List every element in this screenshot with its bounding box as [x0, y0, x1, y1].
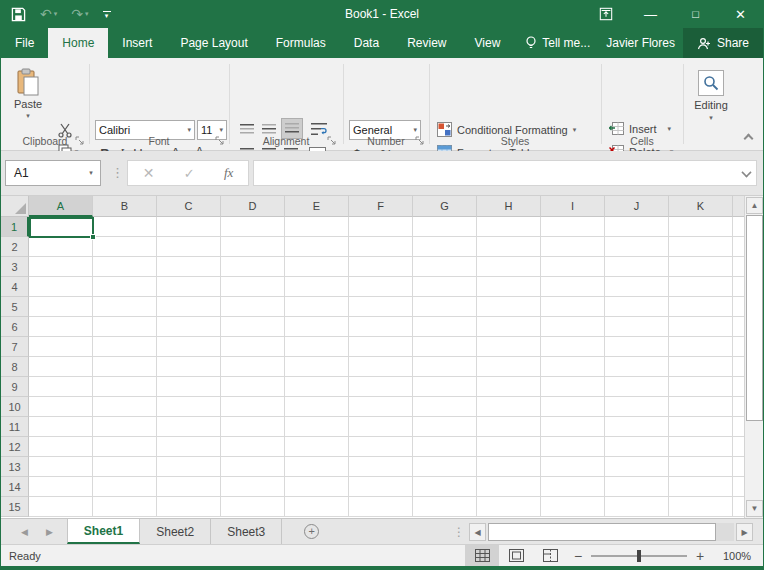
ribbon-tab[interactable]: Data: [340, 28, 393, 58]
row-header[interactable]: 4: [1, 277, 29, 297]
row-header[interactable]: 6: [1, 317, 29, 337]
collapse-ribbon-icon[interactable]: [745, 135, 752, 142]
zoom-in-icon[interactable]: +: [689, 548, 711, 564]
scroll-right-icon[interactable]: ▶: [736, 523, 753, 541]
horizontal-scrollbar-thumb[interactable]: [488, 523, 716, 541]
zoom-level-label[interactable]: 100%: [711, 550, 763, 562]
name-box[interactable]: A1 ▾: [5, 160, 101, 186]
selected-cell-outline[interactable]: [29, 217, 94, 238]
row-header[interactable]: 1: [1, 217, 29, 237]
number-format-dropdown-icon[interactable]: ▾: [409, 126, 417, 134]
page-break-preview-button[interactable]: [533, 545, 567, 567]
row-header[interactable]: 15: [1, 497, 29, 517]
close-icon[interactable]: ✕: [718, 0, 763, 28]
alignment-dialog-launcher-icon[interactable]: [327, 136, 337, 146]
sheet-tab[interactable]: Sheet1: [67, 519, 140, 544]
tab-bar-splitter[interactable]: ⋮: [453, 523, 465, 541]
fill-handle[interactable]: [90, 234, 96, 240]
row-header[interactable]: 7: [1, 337, 29, 357]
ribbon-tab[interactable]: Insert: [108, 28, 166, 58]
sheet-cells[interactable]: [29, 217, 745, 517]
wrap-text-icon: [311, 123, 327, 135]
clipboard-dialog-launcher-icon[interactable]: [75, 136, 85, 146]
enter-entry-icon[interactable]: ✓: [184, 166, 195, 181]
insert-dropdown-icon[interactable]: ▾: [668, 125, 672, 133]
font-dialog-launcher-icon[interactable]: [215, 136, 225, 146]
paste-button[interactable]: Paste ▾: [9, 64, 47, 140]
vertical-scrollbar[interactable]: ▲ ▼: [744, 196, 763, 518]
row-header[interactable]: 14: [1, 477, 29, 497]
ribbon-tab[interactable]: Home: [48, 28, 108, 58]
row-header[interactable]: 5: [1, 297, 29, 317]
font-size-dropdown-icon[interactable]: ▾: [215, 126, 223, 134]
row-header[interactable]: 13: [1, 457, 29, 477]
sheet-tab-bar: ◀ ▶ Sheet1Sheet2Sheet3 + ⋮ ◀ ▶: [1, 518, 763, 544]
undo-icon[interactable]: ↶▾: [40, 3, 57, 25]
scroll-left-icon[interactable]: ◀: [469, 523, 486, 541]
column-header[interactable]: G: [413, 196, 477, 217]
column-header[interactable]: B: [93, 196, 157, 217]
row-header[interactable]: 9: [1, 377, 29, 397]
column-header[interactable]: J: [605, 196, 669, 217]
insert-cells-button[interactable]: Insert: [629, 123, 657, 135]
column-header[interactable]: F: [349, 196, 413, 217]
paste-dropdown-icon[interactable]: ▾: [26, 112, 30, 120]
zoom-slider[interactable]: [591, 555, 687, 557]
column-header[interactable]: K: [669, 196, 733, 217]
ribbon-tab[interactable]: Formulas: [262, 28, 340, 58]
next-sheet-icon[interactable]: ▶: [46, 527, 53, 537]
zoom-slider-thumb[interactable]: [637, 550, 641, 562]
user-account[interactable]: Javier Flores: [598, 28, 683, 58]
row-header[interactable]: 2: [1, 237, 29, 257]
zoom-out-icon[interactable]: −: [567, 548, 589, 564]
vertical-scrollbar-thumb[interactable]: [746, 215, 763, 421]
number-dialog-launcher-icon[interactable]: [415, 136, 425, 146]
scroll-down-icon[interactable]: ▼: [746, 500, 763, 517]
column-header[interactable]: E: [285, 196, 349, 217]
ribbon-tab[interactable]: View: [461, 28, 515, 58]
sheet-tab[interactable]: Sheet3: [211, 519, 282, 544]
editing-dropdown-icon[interactable]: ▾: [709, 114, 713, 122]
tell-me-box[interactable]: Tell me...: [517, 28, 598, 58]
insert-function-icon[interactable]: fx: [224, 165, 233, 181]
select-all-button[interactable]: [1, 196, 29, 217]
redo-icon[interactable]: ↷▾: [71, 3, 88, 25]
font-name-dropdown-icon[interactable]: ▾: [183, 126, 191, 134]
row-header[interactable]: 8: [1, 357, 29, 377]
ribbon-display-options-icon[interactable]: [583, 0, 628, 28]
save-icon[interactable]: [11, 3, 26, 25]
ribbon-tab[interactable]: File: [1, 28, 48, 58]
row-header[interactable]: 12: [1, 437, 29, 457]
column-header[interactable]: H: [477, 196, 541, 217]
horizontal-scrollbar[interactable]: ◀ ▶: [469, 523, 753, 541]
row-header[interactable]: 3: [1, 257, 29, 277]
group-divider: [683, 64, 684, 144]
row-header[interactable]: 10: [1, 397, 29, 417]
cancel-entry-icon[interactable]: ✕: [143, 165, 155, 181]
minimize-icon[interactable]: —: [628, 0, 673, 28]
new-sheet-button[interactable]: +: [282, 519, 341, 544]
ribbon-tab[interactable]: Page Layout: [166, 28, 261, 58]
normal-view-button[interactable]: [465, 545, 499, 567]
horizontal-scrollbar-track[interactable]: [716, 523, 734, 541]
formula-bar-input[interactable]: [253, 160, 757, 186]
sheet-tab[interactable]: Sheet2: [140, 519, 211, 544]
row-header[interactable]: 11: [1, 417, 29, 437]
ribbon-tab[interactable]: Review: [393, 28, 460, 58]
page-layout-view-button[interactable]: [499, 545, 533, 567]
column-header[interactable]: D: [221, 196, 285, 217]
maximize-icon[interactable]: □: [673, 0, 718, 28]
previous-sheet-icon[interactable]: ◀: [21, 527, 28, 537]
share-button[interactable]: Share: [683, 28, 763, 58]
formula-bar-splitter[interactable]: ⋮: [111, 164, 124, 182]
column-header[interactable]: C: [157, 196, 221, 217]
conditional-formatting-dropdown-icon[interactable]: ▾: [573, 126, 577, 134]
column-header[interactable]: I: [541, 196, 605, 217]
cells-group-label: Cells: [601, 135, 683, 147]
customize-quick-access-icon[interactable]: ▾: [103, 3, 111, 25]
name-box-dropdown-icon[interactable]: ▾: [82, 161, 100, 185]
column-header[interactable]: A: [29, 196, 93, 217]
editing-group-button[interactable]: Editing ▾: [689, 64, 733, 142]
scroll-up-icon[interactable]: ▲: [746, 197, 763, 214]
conditional-formatting-button[interactable]: Conditional Formatting: [457, 124, 568, 136]
